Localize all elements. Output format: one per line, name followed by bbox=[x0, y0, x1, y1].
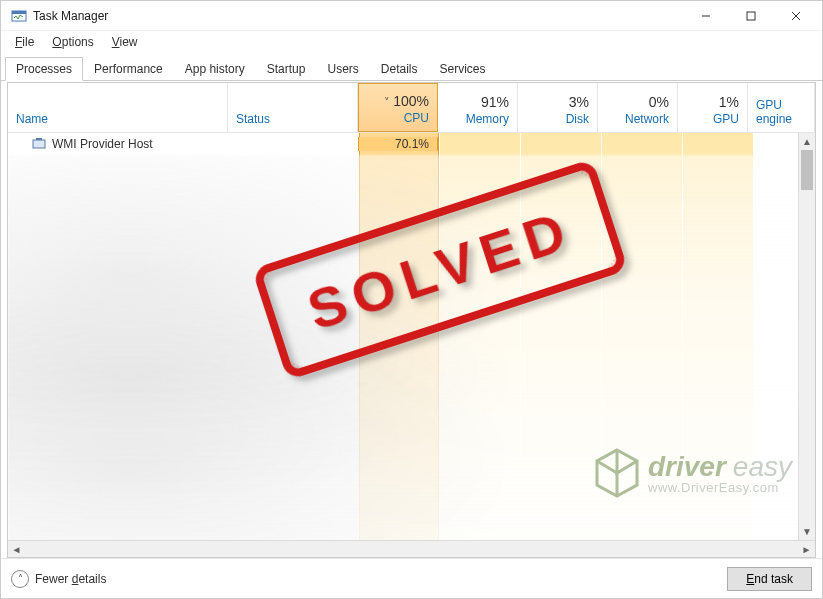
chevron-up-collapse-icon: ˄ bbox=[11, 570, 29, 588]
bottom-bar: ˄ Fewer detailsFewer details End taskEnd… bbox=[1, 558, 822, 598]
menu-view[interactable]: ViewView bbox=[104, 33, 146, 51]
tab-details[interactable]: Details bbox=[370, 57, 429, 80]
fewer-details-button[interactable]: ˄ Fewer detailsFewer details bbox=[11, 570, 106, 588]
tab-processes[interactable]: Processes bbox=[5, 57, 83, 81]
process-name: WMI Provider Host bbox=[52, 137, 153, 151]
cell-cpu: 70.1% bbox=[358, 137, 438, 151]
col-name[interactable]: Name bbox=[8, 83, 228, 132]
menu-file[interactable]: FFileile bbox=[7, 33, 42, 51]
svg-rect-1 bbox=[12, 11, 26, 14]
tab-services[interactable]: Services bbox=[429, 57, 497, 80]
col-network[interactable]: 0% Network bbox=[598, 83, 678, 132]
scroll-left-icon[interactable]: ◄ bbox=[8, 544, 25, 555]
column-headers: Name Status 100% CPU 91% Memory 3% Disk … bbox=[8, 83, 815, 133]
col-gpu[interactable]: 1% GPU bbox=[678, 83, 748, 132]
col-status[interactable]: Status bbox=[228, 83, 358, 132]
menu-options[interactable]: OptionsOptions bbox=[44, 33, 101, 51]
close-button[interactable] bbox=[773, 1, 818, 30]
tab-users[interactable]: Users bbox=[316, 57, 369, 80]
svg-rect-7 bbox=[36, 138, 42, 140]
blurred-rows bbox=[8, 155, 815, 557]
svg-rect-6 bbox=[33, 140, 45, 148]
col-memory[interactable]: 91% Memory bbox=[438, 83, 518, 132]
window-title: Task Manager bbox=[33, 9, 683, 23]
tab-performance[interactable]: Performance bbox=[83, 57, 174, 80]
col-cpu[interactable]: 100% CPU bbox=[358, 83, 438, 132]
process-list-body: WMI Provider Host 70.1% ▲ ▼ bbox=[8, 133, 815, 557]
tab-app-history[interactable]: App history bbox=[174, 57, 256, 80]
svg-rect-3 bbox=[747, 12, 755, 20]
scroll-thumb[interactable] bbox=[801, 150, 813, 190]
vertical-scrollbar[interactable]: ▲ ▼ bbox=[798, 133, 815, 540]
scroll-right-icon[interactable]: ► bbox=[798, 544, 815, 555]
process-list-panel: Name Status 100% CPU 91% Memory 3% Disk … bbox=[7, 82, 816, 558]
task-manager-icon bbox=[11, 8, 27, 24]
tab-strip: Processes Performance App history Startu… bbox=[1, 55, 822, 81]
cell-name: WMI Provider Host bbox=[8, 137, 228, 151]
scroll-down-icon[interactable]: ▼ bbox=[799, 523, 815, 540]
menubar: FFileile OptionsOptions ViewView bbox=[1, 31, 822, 53]
col-gpu-engine[interactable]: GPU engine bbox=[748, 83, 815, 132]
horizontal-scrollbar[interactable]: ◄ ► bbox=[8, 540, 815, 557]
table-row[interactable]: WMI Provider Host 70.1% bbox=[8, 133, 815, 155]
tab-startup[interactable]: Startup bbox=[256, 57, 317, 80]
minimize-button[interactable] bbox=[683, 1, 728, 30]
window-controls bbox=[683, 1, 818, 30]
col-disk[interactable]: 3% Disk bbox=[518, 83, 598, 132]
titlebar: Task Manager bbox=[1, 1, 822, 31]
end-task-button[interactable]: End taskEnd task bbox=[727, 567, 812, 591]
maximize-button[interactable] bbox=[728, 1, 773, 30]
process-icon bbox=[32, 137, 46, 151]
